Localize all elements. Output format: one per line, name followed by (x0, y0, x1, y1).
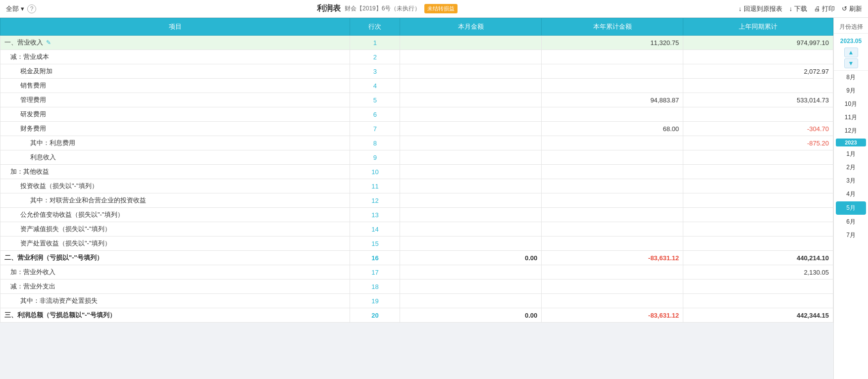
table-row: 其中：利息费用8-875.20 (0, 136, 833, 150)
cell-item: 三、利润总额（亏损总额以"-"号填列） (0, 308, 350, 323)
cell-prev-amount (683, 165, 833, 179)
dropdown-label: 全部 (6, 4, 19, 13)
sidebar-month-item[interactable]: 8月 (834, 71, 868, 84)
cell-row-num: 16 (350, 251, 400, 265)
cell-month-amount (400, 294, 542, 308)
cell-row-num: 3 (350, 64, 400, 79)
cell-item: 公允价值变动收益（损失以"-"填列） (0, 208, 350, 222)
sidebar-month-item[interactable]: 3月 (834, 174, 868, 188)
table-row: 研发费用6 (0, 107, 833, 122)
cell-row-num: 14 (350, 222, 400, 237)
cell-item: 减：营业外支出 (0, 280, 350, 294)
cell-month-amount (400, 222, 542, 237)
table-row: 加：营业外收入172,130.05 (0, 265, 833, 280)
cell-row-num: 6 (350, 107, 400, 122)
cell-year-amount: 68.00 (542, 122, 683, 136)
cell-month-amount (400, 150, 542, 165)
btn-download[interactable]: ↓ 下载 (789, 4, 807, 13)
cell-year-amount: -83,631.12 (542, 251, 683, 265)
table-row: 资产减值损失（损失以"-"填列）14 (0, 222, 833, 237)
cell-row-num: 1 (350, 36, 400, 50)
col-header-prev: 上年同期累计 (683, 18, 833, 36)
cell-month-amount: 0.00 (400, 251, 542, 265)
nav-up-btn[interactable]: ▲ (844, 47, 858, 57)
help-icon[interactable]: ? (27, 4, 36, 13)
cell-item: 财务费用 (0, 122, 350, 136)
cell-month-amount (400, 79, 542, 93)
nav-arrows: ▲ ▼ (834, 46, 868, 71)
cell-item: 研发费用 (0, 107, 350, 122)
sidebar-month-item[interactable]: 10月 (834, 97, 868, 111)
sidebar-month-item[interactable]: 1月 (834, 147, 868, 161)
table-row: 管理费用594,883.87533,014.73 (0, 93, 833, 107)
cell-row-num: 20 (350, 308, 400, 323)
cell-month-amount (400, 165, 542, 179)
cell-prev-amount: 974,997.10 (683, 36, 833, 50)
cell-month-amount: 0.00 (400, 308, 542, 323)
cell-row-num: 10 (350, 165, 400, 179)
cell-year-amount (542, 179, 683, 193)
cell-month-amount (400, 179, 542, 193)
dropdown-select[interactable]: 全部 ▾ (6, 4, 24, 13)
sidebar-month-item[interactable]: 2月 (834, 161, 868, 174)
edit-icon[interactable]: ✎ (46, 39, 51, 46)
nav-down-btn[interactable]: ▼ (844, 58, 858, 68)
table-row: 财务费用768.00-304.70 (0, 122, 833, 136)
table-row: 减：营业外支出18 (0, 280, 833, 294)
cell-month-amount (400, 36, 542, 50)
cell-year-amount (542, 280, 683, 294)
btn-print[interactable]: 🖨 打印 (814, 4, 835, 13)
cell-item: 税金及附加 (0, 64, 350, 79)
col-header-item: 项目 (0, 18, 350, 36)
cell-row-num: 2 (350, 50, 400, 64)
sidebar-month-item[interactable]: 12月 (834, 124, 868, 138)
cell-item: 二、营业利润（亏损以"-"号填列） (0, 251, 350, 265)
table-row: 二、营业利润（亏损以"-"号填列）160.00-83,631.12440,214… (0, 251, 833, 265)
cell-item: 其中：对联营企业和合营企业的投资收益 (0, 193, 350, 208)
table-row: 资产处置收益（损失以"-"填列）15 (0, 237, 833, 251)
cell-month-amount (400, 193, 542, 208)
cell-month-amount (400, 280, 542, 294)
cell-prev-amount (683, 294, 833, 308)
cell-month-amount (400, 237, 542, 251)
sidebar-month-item[interactable]: 11月 (834, 111, 868, 124)
cell-prev-amount (683, 222, 833, 237)
cell-prev-amount (683, 179, 833, 193)
btn-refresh[interactable]: ↺ 刷新 (842, 4, 862, 13)
table-row: 利息收入9 (0, 150, 833, 165)
cell-year-amount (542, 107, 683, 122)
cell-item: 减：营业成本 (0, 50, 350, 64)
sidebar-month-item[interactable]: 5月 (836, 201, 866, 215)
cell-row-num: 8 (350, 136, 400, 150)
cell-year-amount (542, 294, 683, 308)
cell-prev-amount (683, 208, 833, 222)
sidebar-month-item[interactable]: 4月 (834, 188, 868, 201)
col-header-month: 本月金额 (400, 18, 542, 36)
chevron-down-icon: ▾ (21, 5, 24, 12)
cell-prev-amount (683, 280, 833, 294)
cell-year-amount (542, 265, 683, 280)
cell-month-amount (400, 64, 542, 79)
table-row: 税金及附加32,072.97 (0, 64, 833, 79)
cell-month-amount (400, 93, 542, 107)
cell-item: 其中：非流动资产处置损失 (0, 294, 350, 308)
cell-prev-amount (683, 193, 833, 208)
cell-year-amount (542, 208, 683, 222)
cell-row-num: 19 (350, 294, 400, 308)
cell-prev-amount (683, 107, 833, 122)
table-row: 投资收益（损失以"-"填列）11 (0, 179, 833, 193)
sidebar-year-display: 2023.05 (840, 36, 862, 46)
sidebar-month-item[interactable]: 9月 (834, 84, 868, 97)
cell-item: 管理费用 (0, 93, 350, 107)
btn-back[interactable]: ↓ 回退到原报表 (739, 4, 782, 13)
col-header-row: 行次 (350, 18, 400, 36)
subtitle: 财会【2019】6号（未执行） (345, 4, 420, 13)
cell-prev-amount (683, 150, 833, 165)
table-row: 销售费用4 (0, 79, 833, 93)
cell-item: 加：其他收益 (0, 165, 350, 179)
table-row: 其中：对联营企业和合营企业的投资收益12 (0, 193, 833, 208)
cell-year-amount (542, 64, 683, 79)
sidebar-month-item[interactable]: 7月 (834, 229, 868, 242)
sidebar-month-item[interactable]: 6月 (834, 215, 868, 229)
sidebar-year-badge[interactable]: 2023 (836, 139, 866, 146)
